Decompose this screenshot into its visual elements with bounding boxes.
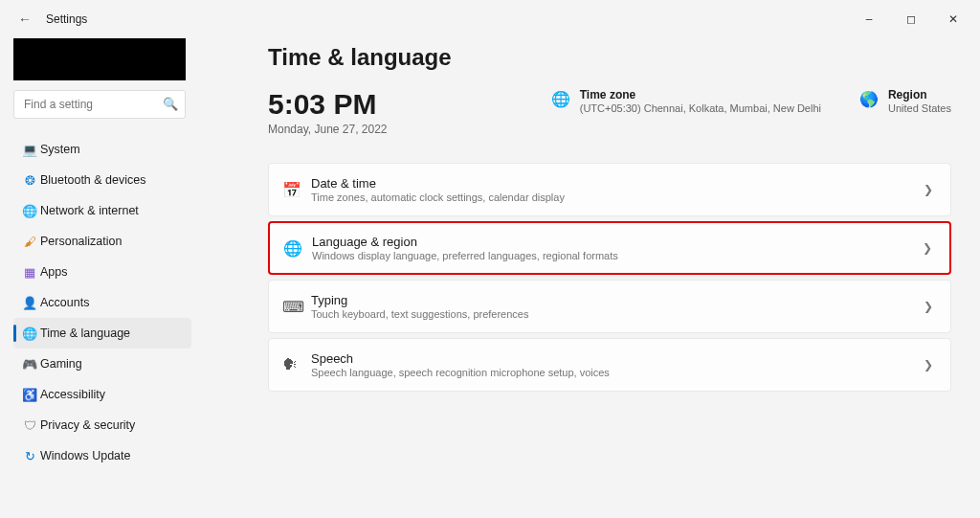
personalization-icon: 🖌 xyxy=(19,235,40,249)
bluetooth-icon: ❂ xyxy=(19,173,40,188)
sidebar-item-privacy[interactable]: 🛡 Privacy & security xyxy=(13,410,191,440)
sidebar-item-label: Gaming xyxy=(40,357,82,371)
profile-block[interactable] xyxy=(13,38,186,80)
windows-update-icon: ↻ xyxy=(19,449,40,463)
sidebar-item-personalization[interactable]: 🖌 Personalization xyxy=(13,226,191,257)
region-meta: 🌎 Region United States xyxy=(859,88,951,114)
sidebar-item-accessibility[interactable]: ♿ Accessibility xyxy=(13,379,191,410)
close-button[interactable]: ✕ xyxy=(932,5,974,34)
sidebar-item-network[interactable]: 🌐 Network & internet xyxy=(13,195,191,226)
sidebar-item-label: Time & language xyxy=(40,327,130,340)
sidebar-item-label: Apps xyxy=(40,265,68,279)
sidebar-item-gaming[interactable]: 🎮 Gaming xyxy=(13,349,191,379)
card-title: Date & time xyxy=(311,176,924,191)
page-title: Time & language xyxy=(268,44,951,71)
chevron-right-icon: ❯ xyxy=(923,241,932,255)
current-date: Monday, June 27, 2022 xyxy=(268,123,388,136)
card-title: Typing xyxy=(311,293,924,307)
window-title: Settings xyxy=(46,12,87,26)
chevron-right-icon: ❯ xyxy=(924,358,933,372)
system-icon: 💻 xyxy=(19,143,40,157)
sidebar-item-label: Personalization xyxy=(40,235,122,248)
sidebar-item-label: Network & internet xyxy=(40,204,139,217)
settings-cards: 📅 Date & time Time zones, automatic cloc… xyxy=(268,163,951,392)
main-content: Time & language 5:03 PM Monday, June 27,… xyxy=(201,38,980,518)
card-subtitle: Time zones, automatic clock settings, ca… xyxy=(311,191,924,203)
titlebar: ← Settings – ◻ ✕ xyxy=(0,0,980,38)
timezone-meta: 🌐 Time zone (UTC+05:30) Chennai, Kolkata… xyxy=(551,88,821,114)
sidebar-item-label: Accessibility xyxy=(40,388,105,401)
language-icon: 🌐 xyxy=(283,239,312,258)
card-title: Language & region xyxy=(312,235,923,249)
sidebar-item-time-language[interactable]: 🌐 Time & language xyxy=(13,318,191,349)
accounts-icon: 👤 xyxy=(19,296,40,310)
region-label: Region xyxy=(888,88,951,101)
sidebar-item-system[interactable]: 💻 System xyxy=(13,134,191,165)
timezone-value: (UTC+05:30) Chennai, Kolkata, Mumbai, Ne… xyxy=(580,102,821,114)
sidebar: 🔍 💻 System ❂ Bluetooth & devices 🌐 Netwo… xyxy=(0,38,201,518)
sidebar-item-label: System xyxy=(40,143,80,156)
card-subtitle: Speech language, speech recognition micr… xyxy=(311,367,924,378)
chevron-right-icon: ❯ xyxy=(924,300,933,313)
apps-icon: ▦ xyxy=(19,265,40,280)
region-icon: 🌎 xyxy=(859,90,879,108)
sidebar-item-windows-update[interactable]: ↻ Windows Update xyxy=(13,440,191,471)
sidebar-item-bluetooth[interactable]: ❂ Bluetooth & devices xyxy=(13,165,191,195)
nav-list: 💻 System ❂ Bluetooth & devices 🌐 Network… xyxy=(13,134,191,471)
clock-block: 5:03 PM Monday, June 27, 2022 xyxy=(268,88,388,136)
sidebar-item-apps[interactable]: ▦ Apps xyxy=(13,257,191,287)
search-field[interactable]: 🔍 xyxy=(13,90,186,119)
timezone-icon: 🌐 xyxy=(551,90,570,108)
chevron-right-icon: ❯ xyxy=(924,183,933,196)
timezone-label: Time zone xyxy=(580,88,821,101)
sidebar-item-label: Windows Update xyxy=(40,449,131,462)
current-time: 5:03 PM xyxy=(268,88,388,121)
sidebar-item-label: Bluetooth & devices xyxy=(40,173,146,187)
region-value: United States xyxy=(888,102,951,114)
speech-icon: 🗣 xyxy=(282,356,311,373)
back-button[interactable]: ← xyxy=(13,11,36,27)
hero-row: 5:03 PM Monday, June 27, 2022 🌐 Time zon… xyxy=(268,88,951,136)
card-subtitle: Windows display language, preferred lang… xyxy=(312,250,923,261)
card-title: Speech xyxy=(311,351,924,366)
maximize-button[interactable]: ◻ xyxy=(890,5,932,34)
sidebar-item-label: Privacy & security xyxy=(40,418,135,432)
search-input[interactable] xyxy=(13,90,186,119)
card-language-region[interactable]: 🌐 Language & region Windows display lang… xyxy=(268,221,951,275)
time-language-icon: 🌐 xyxy=(19,327,40,341)
gaming-icon: 🎮 xyxy=(19,357,40,372)
keyboard-icon: ⌨ xyxy=(282,298,311,316)
card-typing[interactable]: ⌨ Typing Touch keyboard, text suggestion… xyxy=(268,280,951,333)
network-icon: 🌐 xyxy=(19,204,40,218)
card-date-time[interactable]: 📅 Date & time Time zones, automatic cloc… xyxy=(268,163,951,216)
calendar-clock-icon: 📅 xyxy=(282,181,311,199)
privacy-icon: 🛡 xyxy=(19,418,40,433)
sidebar-item-label: Accounts xyxy=(40,296,89,309)
accessibility-icon: ♿ xyxy=(19,388,40,402)
card-subtitle: Touch keyboard, text suggestions, prefer… xyxy=(311,308,924,320)
minimize-button[interactable]: – xyxy=(848,5,890,34)
card-speech[interactable]: 🗣 Speech Speech language, speech recogni… xyxy=(268,338,951,392)
sidebar-item-accounts[interactable]: 👤 Accounts xyxy=(13,287,191,318)
